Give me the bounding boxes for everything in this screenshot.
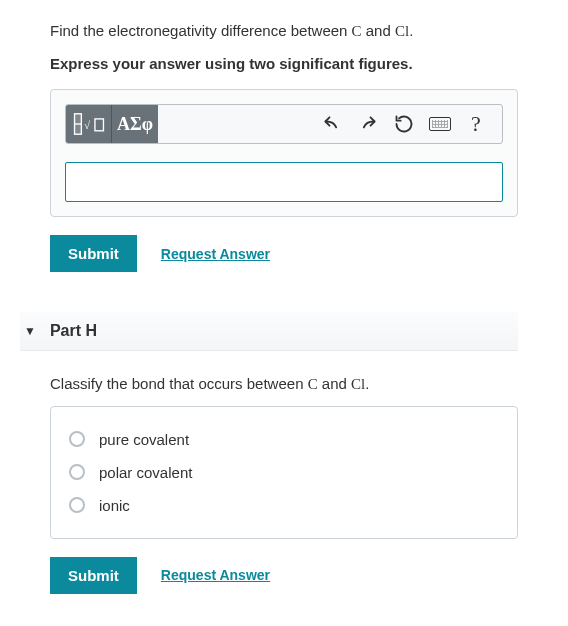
toolbar-template-group: √ ΑΣφ [66, 105, 158, 143]
question-text: Find the electronegativity difference be… [50, 20, 518, 43]
redo-icon[interactable] [350, 105, 386, 143]
radio-option[interactable]: ionic [69, 489, 499, 522]
request-answer-link[interactable]: Request Answer [161, 246, 270, 262]
instruction-text: Express your answer using two significan… [50, 53, 518, 76]
fraction-template-button[interactable]: √ [66, 105, 112, 143]
action-row-h: Submit Request Answer [50, 557, 518, 594]
qh-el1: C [308, 376, 318, 392]
qh-el2: Cl [351, 376, 365, 392]
part-label: Part H [50, 322, 97, 340]
radio-option[interactable]: pure covalent [69, 423, 499, 456]
answer-input[interactable] [65, 162, 503, 202]
qh-post: . [365, 375, 369, 392]
qh-pre: Classify the bond that occurs between [50, 375, 308, 392]
q-post: . [409, 22, 413, 39]
submit-button[interactable]: Submit [50, 557, 137, 594]
radio-label: ionic [99, 497, 130, 514]
radio-label: pure covalent [99, 431, 189, 448]
answer-panel: √ ΑΣφ ? [50, 89, 518, 217]
question-text-h: Classify the bond that occurs between C … [50, 373, 518, 396]
undo-icon[interactable] [314, 105, 350, 143]
chevron-down-icon: ▼ [24, 324, 36, 338]
radio-option[interactable]: polar covalent [69, 456, 499, 489]
reset-icon[interactable] [386, 105, 422, 143]
keyboard-icon[interactable] [422, 105, 458, 143]
radio-icon [69, 497, 85, 513]
radio-icon [69, 464, 85, 480]
q-el1: C [352, 23, 362, 39]
part-header[interactable]: ▼ Part H [20, 312, 518, 351]
submit-button[interactable]: Submit [50, 235, 137, 272]
radio-label: polar covalent [99, 464, 192, 481]
radio-icon [69, 431, 85, 447]
equation-toolbar: √ ΑΣφ ? [65, 104, 503, 144]
q-el2: Cl [395, 23, 409, 39]
help-label: ? [471, 111, 481, 137]
qh-mid: and [318, 375, 351, 392]
request-answer-link[interactable]: Request Answer [161, 567, 270, 583]
greek-symbols-button[interactable]: ΑΣφ [112, 105, 158, 143]
svg-text:√: √ [83, 119, 90, 131]
svg-rect-4 [94, 119, 103, 131]
q-pre: Find the electronegativity difference be… [50, 22, 352, 39]
greek-label: ΑΣφ [117, 114, 153, 135]
radio-panel: pure covalent polar covalent ionic [50, 406, 518, 539]
action-row-g: Submit Request Answer [50, 235, 518, 272]
help-icon[interactable]: ? [458, 105, 494, 143]
q-mid: and [362, 22, 395, 39]
